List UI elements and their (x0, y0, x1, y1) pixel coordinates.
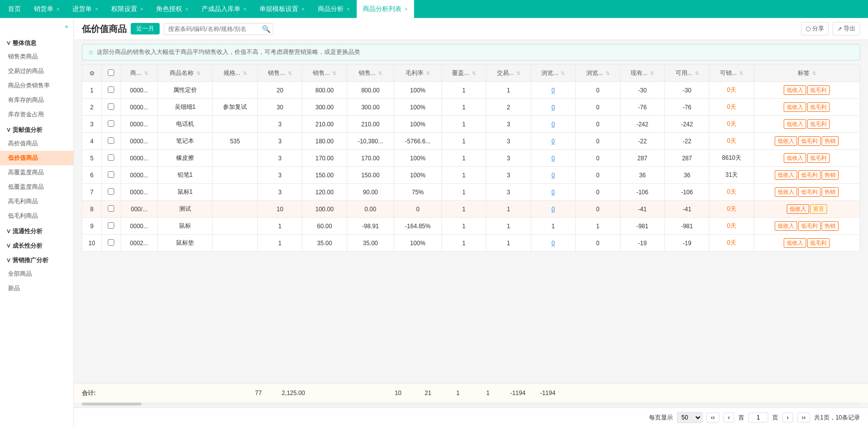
cell-browse1[interactable]: 0 (531, 167, 575, 184)
nav-role[interactable]: 角色授权 × (150, 0, 194, 18)
page-label2: 页 (772, 414, 778, 422)
share-button[interactable]: ⬡ 分享 (801, 22, 829, 35)
cell-checkbox[interactable] (102, 99, 121, 116)
sidebar-item-low-value[interactable]: 低价值商品 (0, 151, 73, 165)
cell-checkbox[interactable] (102, 133, 121, 150)
cell-checkbox[interactable] (102, 167, 121, 184)
cell-tags: 低收入低毛利 (754, 99, 860, 116)
cell-browse1[interactable]: 0 (531, 116, 575, 133)
sidebar-item-high-value[interactable]: 高价值商品 (0, 136, 73, 151)
col-profit-rate[interactable]: 毛利率 ⇅ (394, 65, 441, 82)
row-checkbox[interactable] (108, 120, 114, 127)
col-spec[interactable]: 规格... ⇅ (213, 65, 257, 82)
row-checkbox[interactable] (108, 239, 114, 246)
row-checkbox[interactable] (108, 222, 114, 229)
nav-analysis-close[interactable]: × (347, 6, 350, 12)
sidebar-item-new-goods[interactable]: 新品 (0, 281, 73, 296)
col-sales2[interactable]: 销售... ⇅ (347, 65, 394, 82)
col-code[interactable]: 商... ⇅ (121, 65, 158, 82)
cell-checkbox[interactable] (102, 218, 121, 235)
col-sales1[interactable]: 销售... ⇅ (302, 65, 347, 82)
prev-page-btn[interactable]: ‹ (723, 413, 734, 423)
select-all-checkbox[interactable] (108, 69, 114, 76)
page-input[interactable] (748, 413, 768, 423)
search-input[interactable] (164, 23, 273, 35)
footer-sales2 (313, 388, 353, 399)
col-current[interactable]: 现有... ⇅ (620, 65, 664, 82)
row-checkbox[interactable] (108, 205, 114, 212)
cell-browse1[interactable]: 0 (531, 235, 575, 252)
cell-browse1[interactable]: 0 (531, 150, 575, 167)
col-checkbox[interactable] (102, 65, 121, 82)
nav-purchase[interactable]: 进货单 × (66, 0, 104, 18)
cell-browse1[interactable]: 0 (531, 184, 575, 201)
sidebar-section-growth[interactable]: ∨ 成长性分析 (0, 238, 73, 252)
nav-analysis[interactable]: 商品分析 × (312, 0, 356, 18)
scrollbar-thumb[interactable] (82, 403, 142, 406)
nav-template[interactable]: 单据模板设置 × (253, 0, 310, 18)
nav-sales-close[interactable]: × (56, 6, 59, 12)
row-checkbox[interactable] (108, 154, 114, 161)
row-checkbox[interactable] (108, 137, 114, 144)
first-page-btn[interactable]: ‹‹ (706, 413, 719, 423)
nav-role-close[interactable]: × (185, 6, 188, 12)
nav-permission[interactable]: 权限设置 × (105, 0, 149, 18)
sidebar-item-high-profit[interactable]: 高毛利商品 (0, 194, 73, 209)
export-button[interactable]: ↗ 导出 (833, 22, 860, 35)
col-browse2[interactable]: 浏览... ⇅ (576, 65, 620, 82)
cell-browse1[interactable]: 1 (531, 218, 575, 235)
cell-checkbox[interactable] (102, 150, 121, 167)
search-icon[interactable]: 🔍 (262, 25, 270, 33)
nav-purchase-close[interactable]: × (95, 6, 98, 12)
cell-browse1[interactable]: 0 (531, 82, 575, 99)
sidebar-item-traded-goods[interactable]: 交易过的商品 (0, 64, 73, 78)
cell-checkbox[interactable] (102, 184, 121, 201)
row-checkbox[interactable] (108, 171, 114, 178)
cell-name: 铅笔1 (158, 167, 213, 184)
sidebar-item-low-profit[interactable]: 低毛利商品 (0, 209, 73, 223)
cell-browse1[interactable]: 0 (531, 201, 575, 218)
row-checkbox[interactable] (108, 86, 114, 93)
cell-checkbox[interactable] (102, 201, 121, 218)
next-page-btn[interactable]: › (782, 413, 793, 423)
nav-permission-close[interactable]: × (140, 6, 143, 12)
cell-browse1[interactable]: 0 (531, 133, 575, 150)
col-settings[interactable]: ⚙ (82, 65, 102, 82)
nav-analysis-list-close[interactable]: × (405, 6, 408, 12)
sidebar-item-low-coverage[interactable]: 低覆盖度商品 (0, 180, 73, 194)
cell-current: 287 (620, 150, 664, 167)
sidebar-toggle[interactable]: « (62, 20, 71, 33)
col-tags[interactable]: 标签 ⇅ (754, 65, 860, 82)
sidebar-item-sales-goods[interactable]: 销售类商品 (0, 49, 73, 64)
col-name[interactable]: 商品名称 ⇅ (158, 65, 213, 82)
nav-sales[interactable]: 销货单 × (28, 0, 65, 18)
nav-home[interactable]: 首页 (2, 0, 27, 18)
sidebar-item-all-goods[interactable]: 全部商品 (0, 267, 73, 281)
last-page-btn[interactable]: ›› (797, 413, 810, 423)
col-browse1[interactable]: 浏览... ⇅ (531, 65, 575, 82)
row-checkbox[interactable] (108, 103, 114, 110)
filter-recent-month[interactable]: 近一月 (131, 23, 160, 34)
cell-browse1[interactable]: 0 (531, 99, 575, 116)
col-available[interactable]: 可用... ⇅ (664, 65, 709, 82)
sidebar-item-category-rate[interactable]: 商品分类销售率 (0, 78, 73, 93)
row-checkbox[interactable] (108, 188, 114, 195)
nav-analysis-list[interactable]: 商品分析列表 × (357, 0, 414, 18)
nav-product-in-close[interactable]: × (243, 6, 246, 12)
col-coverage[interactable]: 覆盖... ⇅ (441, 65, 486, 82)
sidebar-section-flow[interactable]: ∨ 流通性分析 (0, 223, 73, 238)
cell-checkbox[interactable] (102, 235, 121, 252)
scrollbar-track[interactable] (82, 403, 860, 406)
sidebar-item-stock-capital[interactable]: 库存资金占用 (0, 107, 73, 122)
col-qty[interactable]: 销售... ⇅ (257, 65, 302, 82)
sidebar-item-high-coverage[interactable]: 高覆盖度商品 (0, 165, 73, 180)
cell-checkbox[interactable] (102, 82, 121, 99)
nav-product-in[interactable]: 产成品入库单 × (196, 0, 252, 18)
col-sellable[interactable]: 可销... ⇅ (709, 65, 754, 82)
cell-sales2: 210.00 (347, 116, 394, 133)
page-size-select[interactable]: 50 100 200 (677, 412, 702, 423)
nav-template-close[interactable]: × (301, 6, 304, 12)
cell-checkbox[interactable] (102, 116, 121, 133)
sidebar-item-stock-goods[interactable]: 有库存的商品 (0, 93, 73, 107)
col-trade[interactable]: 交易... ⇅ (486, 65, 531, 82)
